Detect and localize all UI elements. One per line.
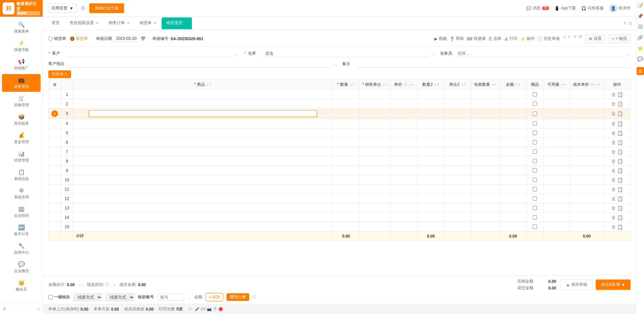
th-settings[interactable]: ⚙	[49, 80, 61, 90]
row-qty-cell[interactable]	[333, 119, 360, 128]
sidebar-item-shortcut[interactable]: ⚡ 快捷导航	[2, 37, 41, 55]
row-gift-cell[interactable]	[527, 147, 543, 156]
row-amount-cell[interactable]	[500, 99, 527, 109]
row-unit2-cell[interactable]	[444, 203, 471, 213]
row-costprice-cell[interactable]	[570, 175, 604, 185]
row-unit-cell[interactable]	[360, 109, 391, 119]
row-gift-cell[interactable]	[527, 156, 543, 166]
row-gift-cell[interactable]	[527, 128, 543, 138]
row-amount-cell[interactable]	[500, 185, 527, 194]
row-qty-cell[interactable]	[333, 222, 360, 232]
row-qty-cell[interactable]	[333, 147, 360, 156]
delete-row-icon[interactable]: 🗑	[611, 196, 616, 201]
sidebar-item-sales[interactable]: 💼 销售管理	[2, 74, 41, 92]
row-qty-cell[interactable]	[333, 175, 360, 185]
row-qty2-cell[interactable]	[418, 222, 444, 232]
help-btn[interactable]: ❓ 帮助	[449, 34, 464, 43]
row-qty2-cell[interactable]	[418, 90, 444, 99]
delete-row-icon[interactable]: 🗑	[611, 177, 616, 183]
row-pkgqty-cell[interactable]	[471, 99, 500, 109]
sidebar-item-system[interactable]: ⚙ 系统管理	[2, 185, 41, 202]
shortcut-btn[interactable]: ⌨ 快捷键	[467, 34, 486, 43]
row-costprice-cell[interactable]	[570, 128, 604, 138]
row-unit-cell[interactable]	[360, 213, 391, 222]
radio-sale[interactable]: 销货单	[48, 36, 66, 42]
row-pkgqty-cell[interactable]	[471, 147, 500, 156]
row-unit-cell[interactable]	[360, 128, 391, 138]
row-qty-cell[interactable]	[333, 90, 360, 99]
row-gift-cell[interactable]	[527, 185, 543, 194]
sidebar-item-purchase[interactable]: 🛒 采购管理	[2, 92, 41, 110]
row-unit-cell[interactable]	[360, 185, 391, 194]
address-input[interactable]	[66, 60, 331, 68]
row-available-cell[interactable]	[543, 138, 570, 147]
row-price-cell[interactable]	[391, 138, 418, 147]
account-input[interactable]	[157, 294, 184, 301]
delete-row-icon[interactable]: 🗑	[611, 159, 616, 164]
row-product-cell[interactable]	[73, 222, 333, 232]
copy-row-icon[interactable]: 📋	[617, 121, 623, 126]
user-btn[interactable]: 👤 徐泽华	[609, 4, 631, 12]
sidebar-item-operation[interactable]: 📊 经营管理	[2, 148, 41, 166]
delete-row-icon[interactable]: 🗑	[611, 224, 616, 230]
copy-row-icon[interactable]: 📋	[617, 205, 623, 211]
row-gift-cell[interactable]	[527, 109, 543, 119]
list-view-icon[interactable]: ≡	[574, 34, 576, 43]
tab-sale-return-close[interactable]: ✕	[184, 21, 187, 25]
delete-row-icon[interactable]: 🗑	[611, 215, 616, 220]
row-unit2-cell[interactable]	[444, 185, 471, 194]
row-pkgqty-cell[interactable]	[471, 90, 500, 99]
row-amount-cell[interactable]	[500, 90, 527, 99]
costprice-info-icon[interactable]: ⓘ	[590, 82, 594, 87]
row-gift-cell[interactable]	[527, 138, 543, 147]
next-icon[interactable]: ▷	[568, 34, 571, 43]
onepay-checkbox-input[interactable]	[48, 295, 53, 299]
warehouse-input[interactable]	[263, 50, 429, 57]
row-gift-cell[interactable]	[527, 175, 543, 185]
row-pkgqty-cell[interactable]	[471, 166, 500, 175]
delete-row-icon[interactable]: 🗑	[611, 121, 616, 126]
row-costprice-cell[interactable]	[570, 185, 604, 194]
gift-checkbox[interactable]	[533, 121, 537, 126]
row-unit-cell[interactable]	[360, 194, 391, 203]
delete-row-icon[interactable]: 🗑	[611, 187, 616, 192]
sidebar-item-appstore[interactable]: 🔧 应用中心	[2, 240, 41, 258]
row-costprice-cell[interactable]	[570, 222, 604, 232]
copy-row-icon[interactable]: 📋	[617, 111, 623, 116]
gift-checkbox[interactable]	[533, 178, 537, 182]
row-unit-cell[interactable]	[360, 90, 391, 99]
row-qty2-cell[interactable]	[418, 119, 444, 128]
row-gift-cell[interactable]	[527, 90, 543, 99]
row-product-cell[interactable]	[73, 128, 333, 138]
row-qty-cell[interactable]	[333, 128, 360, 138]
settlement-select[interactable]: 结算方式	[73, 293, 102, 301]
row-unit2-cell[interactable]	[444, 99, 471, 109]
row-unit-cell[interactable]	[360, 119, 391, 128]
row-pkgqty-cell[interactable]	[471, 222, 500, 232]
gift-checkbox[interactable]	[533, 168, 537, 173]
delete-row-icon[interactable]: 🗑	[611, 149, 616, 154]
copy-row-icon[interactable]: 📋	[617, 149, 623, 154]
row-product-cell[interactable]	[73, 166, 333, 175]
row-gift-cell[interactable]	[527, 194, 543, 203]
row-costprice-cell[interactable]	[570, 156, 604, 166]
tab-sale-order-close[interactable]: ✕	[127, 21, 129, 25]
row-pkgqty-cell[interactable]	[471, 156, 500, 166]
maximize-icon[interactable]: ⊡	[629, 21, 632, 26]
row-costprice-cell[interactable]	[570, 109, 604, 119]
row-unit2-cell[interactable]	[444, 128, 471, 138]
gift-checkbox[interactable]	[533, 140, 537, 144]
row-price-cell[interactable]	[391, 109, 418, 119]
row-amount-cell[interactable]	[500, 222, 527, 232]
right-panel-chat-icon[interactable]: 💬	[637, 56, 643, 62]
row-amount-cell[interactable]	[500, 194, 527, 203]
row-unit-cell[interactable]	[360, 147, 391, 156]
delete-row-icon[interactable]: 🗑	[611, 101, 616, 107]
gift-checkbox[interactable]	[533, 206, 537, 210]
row-qty2-cell[interactable]	[418, 99, 444, 109]
split-btn[interactable]: 费用分摊	[226, 293, 249, 301]
row-price-cell[interactable]	[391, 185, 418, 194]
sidebar-item-wechat[interactable]: 💬 企业微信	[2, 258, 41, 276]
row-available-cell[interactable]	[543, 119, 570, 128]
copy-row-icon[interactable]: 📋	[617, 187, 623, 192]
